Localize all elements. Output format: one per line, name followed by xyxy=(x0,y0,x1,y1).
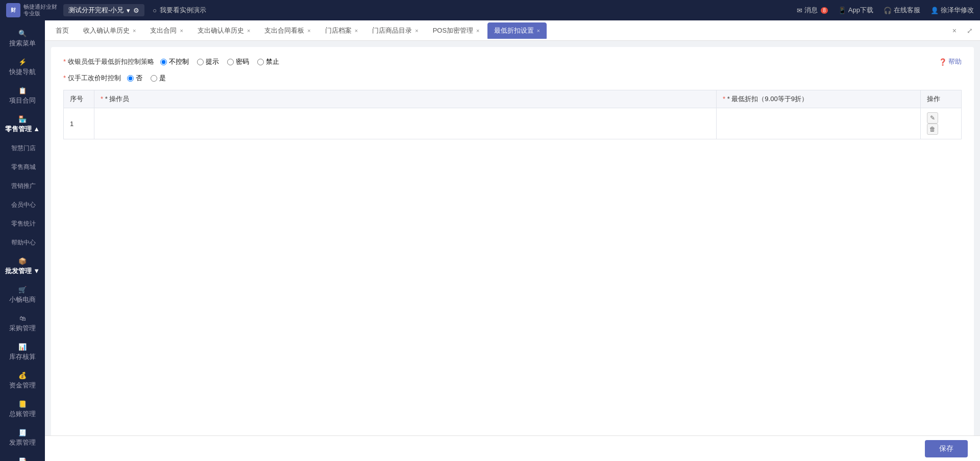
col-header-discount: * 最低折扣（9.00等于9折） xyxy=(717,90,921,108)
discount-input[interactable] xyxy=(723,120,914,128)
tab-income-confirm[interactable]: 收入确认单历史 × xyxy=(77,22,142,39)
project-icon: 📋 xyxy=(18,87,27,94)
manual-price-row: 仅手工改价时控制 否 是 xyxy=(63,74,962,83)
tab-close-min-discount[interactable]: × xyxy=(537,28,540,34)
tab-close-payment-confirm[interactable]: × xyxy=(247,28,250,34)
tab-bar: 首页 收入确认单历史 × 支出合同 × 支出确认单历史 × 支出合同看板 × 门… xyxy=(45,20,980,41)
radio-yes[interactable] xyxy=(151,75,157,82)
sidebar-item-search[interactable]: 🔍 搜索菜单 xyxy=(0,25,45,53)
discount-policy-row: 收银员低于最低折扣控制策略 不控制 提示 密码 xyxy=(63,57,962,66)
tab-store-file[interactable]: 门店档案 × xyxy=(318,22,364,39)
tab-store-products[interactable]: 门店商品目录 × xyxy=(365,22,425,39)
tab-close-store-products[interactable]: × xyxy=(415,28,418,34)
sidebar-item-ecommerce[interactable]: 🛒 小畅电商 xyxy=(0,281,45,309)
discount-table: 序号 * 操作员 * 最低折扣（9.00等于9折） 操作 1 xyxy=(63,90,962,139)
radio-forbid[interactable] xyxy=(257,59,264,65)
sidebar-item-batch-mgmt[interactable]: 📦 批发管理 ▼ xyxy=(0,252,45,281)
sidebar-item-project-contract[interactable]: 📋 项目合同 xyxy=(0,82,45,110)
help-link[interactable]: ❓ 帮助 xyxy=(939,57,962,66)
tab-close-pos-password[interactable]: × xyxy=(476,28,479,34)
settings-icon[interactable]: ⚙ xyxy=(133,7,139,14)
tab-close-store-file[interactable]: × xyxy=(355,28,358,34)
messages-button[interactable]: ✉ 消息 8 xyxy=(797,6,828,15)
tab-expand-button[interactable]: ⤢ xyxy=(964,26,976,36)
delete-row-button[interactable]: 🗑 xyxy=(927,124,938,135)
sidebar-item-help-center[interactable]: 帮助中心 xyxy=(0,233,45,252)
tab-home[interactable]: 首页 xyxy=(49,22,76,39)
tab-min-discount[interactable]: 最低折扣设置 × xyxy=(487,22,547,39)
footer-bar: 保存 xyxy=(45,435,980,461)
sidebar-item-purchase-mgmt[interactable]: 🛍 采购管理 xyxy=(0,309,45,338)
search-icon: 🔍 xyxy=(18,30,27,37)
col-header-operator: * 操作员 xyxy=(94,90,717,108)
edit-row-button[interactable]: ✎ xyxy=(927,112,938,124)
chevron-down-icon: ▾ xyxy=(127,7,130,14)
tab-pos-password[interactable]: POS加密管理 × xyxy=(426,22,486,39)
ecommerce-icon: 🛒 xyxy=(18,286,27,294)
batch-icon: 📦 xyxy=(18,257,27,265)
tab-close-income-confirm[interactable]: × xyxy=(133,28,136,34)
radio-remind[interactable] xyxy=(197,59,204,65)
option-no[interactable]: 否 xyxy=(127,74,142,83)
user-menu[interactable]: 👤 徐泽华修改 xyxy=(930,6,974,15)
user-avatar-icon: 👤 xyxy=(930,7,939,14)
tab-payment-board[interactable]: 支出合同看板 × xyxy=(258,22,317,39)
operator-input[interactable] xyxy=(101,120,710,128)
table-header-row: 序号 * 操作员 * 最低折扣（9.00等于9折） 操作 xyxy=(64,90,962,108)
sidebar-item-ledger-mgmt[interactable]: 📒 总账管理 xyxy=(0,395,45,424)
cell-seq: 1 xyxy=(64,108,94,139)
manual-price-label: 仅手工改价时控制 xyxy=(63,74,121,83)
page-content: 收银员低于最低折扣控制策略 不控制 提示 密码 xyxy=(45,41,980,435)
sidebar-item-invoice-mgmt[interactable]: 🧾 发票管理 xyxy=(0,424,45,452)
cell-operator[interactable] xyxy=(94,108,717,139)
col-header-action: 操作 xyxy=(921,90,962,108)
logo-text: 畅捷通好业财 专业版 xyxy=(23,4,57,17)
radio-no[interactable] xyxy=(127,75,134,82)
service-icon: 🎧 xyxy=(884,7,892,14)
tax-icon: 📑 xyxy=(18,457,27,461)
top-bar: 财 畅捷通好业财 专业版 测试分开完程-小兄 ▾ ⚙ ○ 我要看实例演示 ✉ 消… xyxy=(0,0,980,20)
purchase-icon: 🛍 xyxy=(19,314,26,322)
radio-password[interactable] xyxy=(227,59,234,65)
invoice-icon: 🧾 xyxy=(18,429,27,436)
top-bar-right: ✉ 消息 8 📱 App下载 🎧 在线客服 👤 徐泽华修改 xyxy=(797,6,974,15)
demo-link[interactable]: ○ 我要看实例演示 xyxy=(153,6,206,15)
sidebar-item-tax-mgmt[interactable]: 📑 税务管理 xyxy=(0,452,45,461)
tab-close-payment-contract[interactable]: × xyxy=(180,28,183,34)
discount-policy-options: 不控制 提示 密码 禁止 xyxy=(160,57,279,66)
sidebar-item-member-center[interactable]: 会员中心 xyxy=(0,196,45,214)
download-icon: 📱 xyxy=(838,7,846,14)
cell-discount[interactable] xyxy=(717,108,921,139)
tab-payment-confirm[interactable]: 支出确认单历史 × xyxy=(191,22,257,39)
message-icon: ✉ xyxy=(797,7,802,14)
option-forbid[interactable]: 禁止 xyxy=(257,57,279,66)
sidebar-item-capital-mgmt[interactable]: 💰 资金管理 xyxy=(0,367,45,395)
ledger-icon: 📒 xyxy=(18,400,27,408)
tab-payment-contract[interactable]: 支出合同 × xyxy=(143,22,189,39)
sidebar-item-smart-store[interactable]: 智慧门店 xyxy=(0,139,45,158)
option-remind[interactable]: 提示 xyxy=(197,57,219,66)
sidebar: 🔍 搜索菜单 ⚡ 快捷导航 📋 项目合同 🏪 零售管理 ▲ 智慧门店 零售商城 … xyxy=(0,20,45,461)
sidebar-item-quick-nav[interactable]: ⚡ 快捷导航 xyxy=(0,53,45,82)
online-service-button[interactable]: 🎧 在线客服 xyxy=(884,6,920,15)
content-area: 首页 收入确认单历史 × 支出合同 × 支出确认单历史 × 支出合同看板 × 门… xyxy=(45,20,980,461)
retail-icon: 🏪 xyxy=(18,115,27,123)
help-icon: ❓ xyxy=(939,58,947,66)
tab-close-all-button[interactable]: × xyxy=(949,26,960,36)
app-logo: 财 畅捷通好业财 专业版 xyxy=(6,3,57,17)
sidebar-item-retail-mall[interactable]: 零售商城 xyxy=(0,158,45,177)
project-selector[interactable]: 测试分开完程-小兄 ▾ ⚙ xyxy=(63,4,144,16)
save-button[interactable]: 保存 xyxy=(925,440,968,457)
sidebar-item-marketing[interactable]: 营销推广 xyxy=(0,177,45,196)
option-password[interactable]: 密码 xyxy=(227,57,249,66)
option-yes[interactable]: 是 xyxy=(151,74,166,83)
sidebar-item-inventory[interactable]: 📊 库存核算 xyxy=(0,338,45,367)
tab-close-payment-board[interactable]: × xyxy=(307,28,310,34)
option-no-control[interactable]: 不控制 xyxy=(160,57,189,66)
manual-price-options: 否 是 xyxy=(127,74,166,83)
main-card: 收银员低于最低折扣控制策略 不控制 提示 密码 xyxy=(51,47,974,435)
radio-no-control[interactable] xyxy=(160,59,167,65)
sidebar-item-retail-mgmt[interactable]: 🏪 零售管理 ▲ xyxy=(0,110,45,139)
sidebar-item-retail-stats[interactable]: 零售统计 xyxy=(0,214,45,233)
app-download-button[interactable]: 📱 App下载 xyxy=(838,6,873,15)
